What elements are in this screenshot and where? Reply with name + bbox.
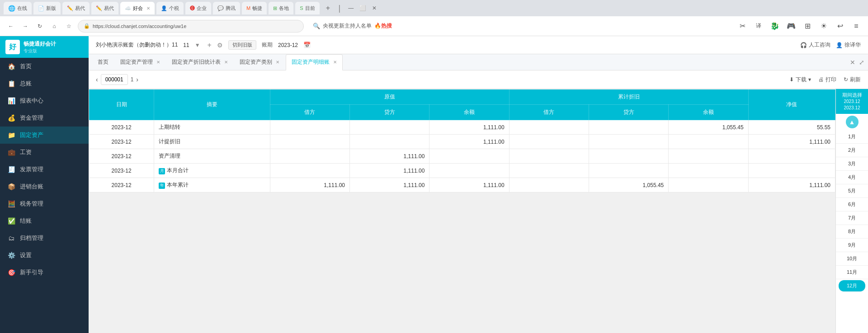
calendar-icon[interactable]: 📅 — [303, 42, 311, 48]
page-number-input[interactable] — [101, 74, 128, 85]
table-row: 2023-12 计提折旧 1,111.00 1,111.00 — [89, 135, 835, 149]
payroll-icon: 💼 — [7, 148, 15, 156]
page-tab-fixed-category[interactable]: 固定资产类别 ✕ — [234, 54, 285, 70]
period-scroll-up-btn[interactable]: ▲ — [846, 116, 859, 128]
sidebar-item-ledger[interactable]: 📋 总账 — [0, 75, 89, 92]
sidebar-item-home[interactable]: 🏠 首页 — [0, 58, 89, 75]
browser-nav: ← → ↻ ⌂ ☆ 🔒 https://cloud.chanjet.com/ac… — [0, 16, 868, 36]
cell-accum-debit-1 — [509, 135, 589, 149]
page-tab-depreciation-stats[interactable]: 固定资产折旧统计表 ✕ — [166, 54, 233, 70]
period-month-8[interactable]: 8月 — [836, 225, 868, 239]
user-profile-btn[interactable]: 👤 徐译华 — [836, 41, 861, 49]
period-month-7[interactable]: 7月 — [836, 211, 868, 225]
tab-yidai1[interactable]: ✏️ 易代 — [62, 2, 90, 14]
tab-close-fixed-mgmt[interactable]: ✕ — [156, 60, 160, 65]
switch-version-btn[interactable]: 切到旧版 — [228, 40, 256, 50]
translate-btn[interactable]: 译 — [752, 20, 765, 33]
content-area: ‹ 1 › ⬇ 下载 ▾ 🖨 打印 ↻ — [89, 70, 868, 333]
sidebar-item-funds[interactable]: 💰 资金管理 — [0, 109, 89, 127]
sidebar-item-invoice[interactable]: 🧾 发票管理 — [0, 161, 89, 178]
back-btn[interactable]: ← — [5, 21, 16, 32]
close-current-tab-btn[interactable]: ✕ — [850, 59, 855, 66]
cell-accum-debit-0 — [509, 120, 589, 135]
maximize-tab-btn[interactable]: ⤢ — [859, 59, 864, 66]
brightness-btn[interactable]: ☀ — [817, 20, 830, 33]
next-page-btn[interactable]: › — [136, 76, 138, 83]
period-month-2[interactable]: 2月 — [836, 144, 868, 157]
close-btn[interactable]: ✕ — [369, 3, 379, 13]
account-dropdown[interactable]: ▼ — [195, 42, 200, 48]
sidebar-item-reports[interactable]: 📊 报表中心 — [0, 92, 89, 109]
settings-btn[interactable]: ⚙ — [217, 42, 223, 49]
page-tab-fixed-detail[interactable]: 固定资产明细账 ✕ — [286, 54, 343, 70]
tab-gedi[interactable]: ⊞ 各地 — [269, 2, 293, 14]
account-count-badge: 11 — [183, 42, 189, 48]
print-btn[interactable]: 🖨 打印 — [818, 76, 836, 84]
tab-geshui[interactable]: 👤 个税 — [156, 2, 184, 14]
download-btn[interactable]: ⬇ 下载 ▾ — [789, 76, 811, 84]
refresh-btn[interactable]: ↻ — [34, 21, 45, 32]
sidebar-item-guide[interactable]: 🎯 新手引导 — [0, 264, 89, 281]
undo-btn[interactable]: ↩ — [834, 20, 846, 33]
period-month-4[interactable]: 4月 — [836, 171, 868, 184]
period-month-10[interactable]: 10月 — [836, 252, 868, 266]
browser-tab-bar: 🌐 在线 📄 新版 ✏️ 易代 ✏️ 易代 ☁️ 好会 ✕ 👤 个税 🅒 企业 … — [0, 0, 868, 16]
tab-mumu[interactable]: S 目前 — [295, 2, 319, 14]
period-month-9[interactable]: 9月 — [836, 239, 868, 252]
period-month-11[interactable]: 11月 — [836, 266, 868, 279]
period-month-3[interactable]: 3月 — [836, 157, 868, 171]
home-btn[interactable]: ⌂ — [49, 21, 60, 32]
prev-page-btn[interactable]: ‹ — [96, 76, 98, 83]
period-month-6[interactable]: 6月 — [836, 198, 868, 211]
sidebar-item-payroll[interactable]: 💼 工资 — [0, 144, 89, 161]
minimize-btn[interactable]: — — [346, 3, 356, 13]
tab-close-fixed-category[interactable]: ✕ — [276, 60, 279, 65]
col-accum-balance: 余额 — [669, 105, 748, 120]
sidebar-item-purchase-sales[interactable]: 📦 进销台账 — [0, 178, 89, 195]
sidebar-item-archive[interactable]: 🗂 归档管理 — [0, 230, 89, 247]
tab-changjie[interactable]: M 畅捷 — [242, 2, 267, 14]
page-tab-fixed-mgmt[interactable]: 固定资产管理 ✕ — [115, 54, 165, 70]
sidebar-item-tax[interactable]: 🧮 税务管理 — [0, 195, 89, 212]
cell-accum-credit-1 — [589, 135, 668, 149]
page-index: 1 — [131, 76, 134, 83]
sidebar-item-settings[interactable]: ⚙️ 设置 — [0, 247, 89, 264]
new-tab-btn[interactable]: + — [323, 3, 333, 13]
tab-tencent[interactable]: 💬 腾讯 — [213, 2, 240, 14]
tab-haohui[interactable]: ☁️ 好会 ✕ — [120, 2, 155, 14]
tab-enterprise[interactable]: 🅒 企业 — [185, 2, 211, 14]
game-btn[interactable]: 🎮 — [785, 20, 797, 33]
maximize-btn[interactable]: ⬜ — [358, 3, 368, 13]
period-month-12[interactable]: 12月 — [839, 280, 865, 292]
bookmark-btn[interactable]: ☆ — [63, 21, 74, 32]
sidebar-item-close-period[interactable]: ✅ 结账 — [0, 212, 89, 230]
sidebar: 好 畅捷通好会计 专业版 🏠 首页 📋 总账 📊 报表中心 💰 资金管理 📁 固… — [0, 36, 89, 333]
menu-btn[interactable]: ≡ — [850, 20, 863, 33]
customer-service-btn[interactable]: 🎧 人工咨询 — [800, 41, 830, 49]
tab-new[interactable]: 📄 新版 — [33, 2, 61, 14]
tab-close-fixed-detail[interactable]: ✕ — [333, 60, 337, 65]
refresh-data-btn[interactable]: ↻ 刷新 — [844, 76, 861, 84]
print-icon: 🖨 — [818, 76, 824, 83]
forward-btn[interactable]: → — [20, 21, 31, 32]
cell-orig-credit-3: 1,111.00 — [350, 164, 429, 178]
tab-yidai2[interactable]: ✏️ 易代 — [91, 2, 118, 14]
wallet-btn[interactable]: 🐉 — [769, 20, 781, 33]
account-name: 刘小艳演示账套（勿删勿动！）11 — [96, 41, 178, 49]
cell-orig-debit-1 — [270, 135, 349, 149]
cell-accum-debit-4 — [509, 178, 589, 192]
period-month-5[interactable]: 5月 — [836, 184, 868, 198]
period-month-1[interactable]: 1月 — [836, 130, 868, 144]
tab-close-haohui[interactable]: ✕ — [146, 6, 150, 11]
col-accum-depreciation: 累计折旧 — [509, 89, 748, 105]
tab-close-depreciation-stats[interactable]: ✕ — [224, 60, 228, 65]
page-tab-home[interactable]: 首页 — [92, 54, 114, 70]
download-dropdown-icon[interactable]: ▾ — [808, 76, 811, 83]
scissors-btn[interactable]: ✂ — [736, 20, 749, 33]
add-account-btn[interactable]: + — [208, 41, 212, 49]
tab-online[interactable]: 🌐 在线 — [4, 2, 32, 14]
sidebar-item-fixed-assets[interactable]: 📁 固定资产 — [0, 127, 89, 144]
grid-btn[interactable]: ⊞ — [801, 20, 814, 33]
cell-orig-balance-0: 1,111.00 — [429, 120, 509, 135]
address-bar[interactable]: 🔒 https://cloud.chanjet.com/accounting/u… — [78, 20, 304, 33]
